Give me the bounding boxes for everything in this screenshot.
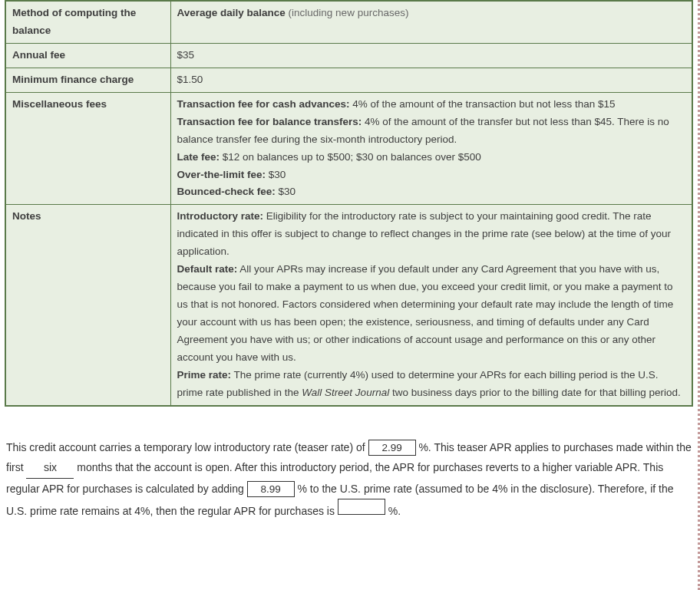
row-value-misc: Transaction fee for cash advances: 4% of… bbox=[170, 92, 692, 205]
disclosure-table: Method of computing the balance Average … bbox=[5, 0, 693, 407]
notes-default-bold: Default rate: bbox=[177, 263, 238, 275]
misc-bounced-text: $30 bbox=[276, 186, 296, 197]
para-text: This credit account carries a temporary … bbox=[6, 441, 368, 453]
table-row: Miscellaneous fees Transaction fee for c… bbox=[5, 92, 692, 205]
explanatory-paragraph: This credit account carries a temporary … bbox=[5, 437, 693, 522]
notes-intro-bold: Introductory rate: bbox=[177, 210, 264, 222]
row-value-notes: Introductory rate: Eligibility for the i… bbox=[170, 205, 692, 406]
misc-bal-bold: Transaction fee for balance transfers: bbox=[177, 116, 362, 127]
misc-late-text: $12 on balances up to $500; $30 on balan… bbox=[220, 151, 481, 163]
row-value-annual-fee: $35 bbox=[170, 43, 692, 68]
misc-over-bold: Over-the-limit fee: bbox=[177, 169, 266, 180]
row-label-method: Method of computing the balance bbox=[5, 1, 170, 43]
row-label-notes: Notes bbox=[5, 205, 170, 406]
table-row: Annual fee $35 bbox=[5, 43, 692, 68]
misc-late-bold: Late fee: bbox=[177, 151, 220, 163]
row-label-annual-fee: Annual fee bbox=[5, 43, 170, 68]
table-row: Method of computing the balance Average … bbox=[5, 1, 692, 43]
table-row: Notes Introductory rate: Eligibility for… bbox=[5, 205, 692, 406]
misc-bounced-bold: Bounced-check fee: bbox=[177, 186, 276, 197]
notes-default-text: All your APRs may increase if you defaul… bbox=[177, 263, 674, 363]
para-text: %. bbox=[385, 505, 401, 517]
teaser-rate-input[interactable]: 2.99 bbox=[368, 440, 416, 456]
months-input[interactable]: six bbox=[26, 457, 74, 479]
regular-apr-input[interactable] bbox=[338, 499, 385, 515]
method-light: (including new purchases) bbox=[286, 7, 409, 18]
notes-prime-ital: Wall Street Journal bbox=[302, 387, 389, 398]
row-label-misc: Miscellaneous fees bbox=[5, 92, 170, 205]
row-label-min-finance: Minimum finance charge bbox=[5, 68, 170, 92]
page-container: Method of computing the balance Average … bbox=[0, 0, 700, 590]
table-row: Minimum finance charge $1.50 bbox=[5, 68, 692, 92]
notes-prime-bold: Prime rate: bbox=[177, 369, 232, 381]
misc-over-text: $30 bbox=[266, 169, 286, 180]
method-bold: Average daily balance bbox=[177, 7, 286, 18]
row-value-method: Average daily balance (including new pur… bbox=[170, 1, 692, 43]
misc-cash-text: 4% of the amount of the transaction but … bbox=[350, 98, 616, 110]
notes-prime-text-b: two business days prior to the billing d… bbox=[389, 387, 681, 398]
margin-rate-input[interactable]: 8.99 bbox=[247, 481, 295, 497]
misc-cash-bold: Transaction fee for cash advances: bbox=[177, 98, 350, 110]
row-value-min-finance: $1.50 bbox=[170, 68, 692, 92]
